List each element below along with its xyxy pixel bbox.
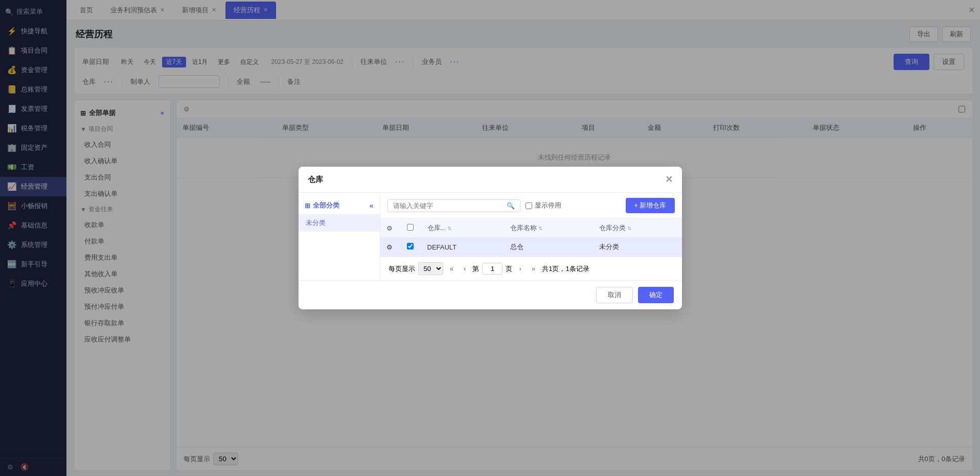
sort-name-icon: ⇅ [538, 225, 542, 231]
row-settings: ⚙ [380, 238, 401, 257]
show-disabled-label[interactable]: 显示停用 [526, 201, 561, 210]
modal-left-header: ⊞ 全部分类 « [299, 197, 380, 214]
warehouse-modal: 仓库 ✕ ⊞ 全部分类 « 未分类 [299, 167, 682, 309]
modal-table-area: ⚙ 仓库...⇅ 仓库名称⇅ [380, 219, 682, 257]
row-checkbox [401, 238, 421, 257]
modal-cat-unclassified[interactable]: 未分类 [299, 214, 380, 232]
modal-first-page[interactable]: « [446, 263, 457, 274]
modal-title: 仓库 [308, 175, 323, 185]
modal-close-button[interactable]: ✕ [665, 174, 673, 185]
row-name: 总仓 [504, 238, 593, 257]
modal-collapse-toggle[interactable]: « [370, 201, 374, 210]
sort-code-icon: ⇅ [447, 225, 451, 231]
modal-confirm-button[interactable]: 确定 [638, 287, 674, 303]
row-select-checkbox[interactable] [407, 243, 414, 250]
modal-all-label[interactable]: 全部分类 [313, 201, 339, 210]
modal-table: ⚙ 仓库...⇅ 仓库名称⇅ [380, 219, 682, 257]
modal-col-settings: ⚙ [380, 219, 401, 238]
modal-col-code: 仓库...⇅ [421, 219, 505, 238]
modal-footer: 每页显示 50 « ‹ 第 页 › » 共1页，1条记录 [380, 257, 682, 280]
modal-col-name: 仓库名称⇅ [504, 219, 593, 238]
modal-overlay[interactable]: 仓库 ✕ ⊞ 全部分类 « 未分类 [0, 0, 980, 476]
modal-left-panel: ⊞ 全部分类 « 未分类 [299, 193, 380, 280]
modal-right-panel: 🔍 显示停用 + 新增仓库 ⚙ [380, 193, 682, 280]
modal-table-row[interactable]: ⚙ DEFAULT 总仓 未分类 [380, 238, 682, 257]
modal-category-list: 未分类 [299, 214, 380, 276]
modal-cancel-button[interactable]: 取消 [596, 287, 633, 303]
modal-last-page[interactable]: » [528, 263, 539, 274]
add-warehouse-button[interactable]: + 新增仓库 [626, 198, 674, 213]
show-disabled-checkbox[interactable] [526, 202, 532, 209]
modal-next-page[interactable]: › [515, 263, 525, 274]
modal-search-icon: 🔍 [507, 202, 515, 210]
row-category: 未分类 [593, 238, 682, 257]
modal-action-area: 取消 确定 [299, 280, 682, 309]
modal-page-input[interactable] [482, 263, 503, 275]
modal-header: 仓库 ✕ [299, 167, 682, 193]
modal-col-checkbox [401, 219, 421, 238]
modal-toolbar: 🔍 显示停用 + 新增仓库 [380, 193, 682, 219]
modal-pagination: 每页显示 50 « ‹ 第 页 › » 共1页，1条记录 [389, 262, 589, 275]
modal-prev-page[interactable]: ‹ [460, 263, 469, 274]
row-code: DEFAULT [421, 238, 505, 257]
modal-grid-icon: ⊞ [305, 202, 310, 210]
modal-per-page-select[interactable]: 50 [418, 262, 443, 275]
modal-search-box: 🔍 [388, 199, 520, 212]
modal-search-input[interactable] [393, 202, 505, 210]
modal-total-info: 共1页，1条记录 [542, 264, 589, 274]
sort-category-icon: ⇅ [627, 225, 631, 231]
modal-select-all[interactable] [407, 224, 414, 231]
modal-col-category: 仓库分类⇅ [593, 219, 682, 238]
modal-body: ⊞ 全部分类 « 未分类 🔍 [299, 193, 682, 280]
